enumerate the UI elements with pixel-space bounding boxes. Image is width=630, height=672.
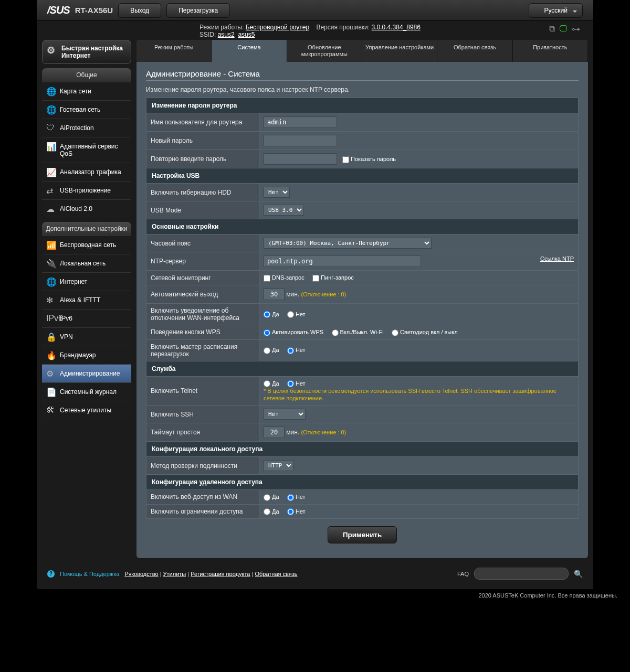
quick-setup-label: Быстрая настройка Интернет <box>61 45 123 59</box>
brand-logo: /SUS <box>47 4 70 16</box>
yes-label4: Да <box>272 494 279 500</box>
utils-link[interactable]: Утилиты <box>163 571 186 577</box>
sidebar-item-системный-журнал[interactable]: 📄Системный журнал <box>42 382 131 401</box>
restrict-yes-radio[interactable] <box>264 508 270 515</box>
nav-icon: 📊 <box>46 142 57 152</box>
remoteweb-label: Включить веб-доступ из WAN <box>146 490 259 505</box>
sidebar-item-беспроводная-сеть[interactable]: 📶Беспроводная сеть <box>42 236 131 254</box>
ntp-link[interactable]: Ссылка NTP <box>540 255 574 262</box>
usb-status-icon[interactable]: ⊶ <box>572 24 580 34</box>
sched-yes-radio[interactable] <box>264 347 270 354</box>
faq-search-input[interactable] <box>474 568 569 580</box>
remote-no-radio[interactable] <box>287 494 294 501</box>
wan-yes-radio[interactable] <box>264 311 270 318</box>
internet-status-icon[interactable]: 🖵 <box>559 24 568 34</box>
sidebar-item-ipv6[interactable]: IPv6IPv6 <box>42 309 131 327</box>
tab-3[interactable]: Управление настройками <box>362 40 437 62</box>
ssid2-link[interactable]: asus5 <box>238 31 255 38</box>
wps-opt3-radio[interactable] <box>392 329 398 336</box>
wan-no-radio[interactable] <box>287 311 294 318</box>
ssh-select[interactable]: Нет <box>264 409 306 420</box>
nav-icon: ☁ <box>46 204 55 214</box>
wanalert-label: Включить уведомление об отключении WAN-и… <box>146 303 259 325</box>
wps-opt1-radio[interactable] <box>264 329 270 336</box>
no-label4: Нет <box>296 494 306 500</box>
nav-icon: 🔌 <box>46 259 57 269</box>
tab-4[interactable]: Обратная связь <box>437 40 512 62</box>
nav-icon: ⇄ <box>46 186 53 196</box>
section-basic: Основные настройки <box>146 219 579 234</box>
feedback-link[interactable]: Обратная связь <box>255 571 297 577</box>
opmode-link[interactable]: Беспроводной роутер <box>246 24 309 31</box>
apply-button[interactable]: Применить <box>328 526 397 543</box>
auth-label: Метод проверки подлинности <box>146 457 259 475</box>
showpass-checkbox[interactable] <box>342 156 349 163</box>
auth-select[interactable]: HTTP <box>264 460 293 471</box>
sidebar-item-анализатор-трафика[interactable]: 📈Анализатор трафика <box>42 163 131 181</box>
nav-icon: 🌐 <box>46 105 57 115</box>
search-icon[interactable]: 🔍 <box>574 570 583 578</box>
idle-hint: (Отключение : 0) <box>301 429 346 435</box>
sidebar-item-гостевая-сеть[interactable]: 🌐Гостевая сеть <box>42 100 131 119</box>
general-header: Общие <box>42 68 131 82</box>
sidebar-item-адаптивный-сервис-qos[interactable]: 📊Адаптивный сервис QoS <box>42 137 131 163</box>
faq-label: FAQ <box>457 571 469 577</box>
restrict-no-radio[interactable] <box>287 508 294 515</box>
quick-setup-button[interactable]: ⚙ Быстрая настройка Интернет <box>42 40 131 64</box>
confirmpass-input[interactable] <box>264 153 337 165</box>
ntp-input[interactable] <box>264 255 421 267</box>
telnet-yes-radio[interactable] <box>264 380 270 387</box>
tab-1[interactable]: Система <box>212 40 287 62</box>
wps-opt2-radio[interactable] <box>332 329 339 336</box>
logout-button[interactable]: Выход <box>118 3 161 18</box>
idle-input[interactable] <box>264 426 285 438</box>
mesh-icon[interactable]: ⧉ <box>549 24 555 34</box>
wps-label: Поведение кнопки WPS <box>146 325 259 339</box>
guide-link[interactable]: Руководство <box>124 571 158 577</box>
ssid1-link[interactable]: asus2 <box>218 31 235 38</box>
opmode-label: Режим работы: <box>200 24 244 31</box>
nav-icon: 🔥 <box>46 350 57 360</box>
sidebar-item-alexa-ifttt[interactable]: ✻Alexa & IFTTT <box>42 291 131 309</box>
sidebar-item-администрирование[interactable]: ⚙Администрирование <box>42 364 131 382</box>
page-title: Администрирование - Система <box>146 69 579 78</box>
section-password: Изменение пароля роутера <box>146 98 579 113</box>
yes-label: Да <box>272 311 279 317</box>
fw-link[interactable]: 3.0.0.4.384_8986 <box>372 24 421 31</box>
usbmode-select[interactable]: USB 3.0 <box>264 205 304 216</box>
sidebar-item-сетевые-утилиты[interactable]: 🛠Сетевые утилиты <box>42 401 131 419</box>
sidebar-item-интернет[interactable]: 🌐Интернет <box>42 272 131 291</box>
section-remote: Конфигурация удаленного доступа <box>146 475 579 490</box>
tab-0[interactable]: Режим работы <box>136 40 212 62</box>
hdd-select[interactable]: Нет <box>264 187 290 198</box>
username-label: Имя пользователя для роутера <box>146 113 259 132</box>
newpass-input[interactable] <box>264 135 337 146</box>
help-icon[interactable]: ? <box>47 570 55 578</box>
dns-checkbox[interactable] <box>264 275 270 282</box>
username-input[interactable] <box>264 116 337 128</box>
fw-label: Версия прошивки: <box>316 24 370 31</box>
ping-checkbox[interactable] <box>312 275 319 282</box>
ntp-label: NTP-сервер <box>146 252 259 271</box>
sched-no-radio[interactable] <box>287 347 294 354</box>
tab-2[interactable]: Обновление микропрограммы <box>287 40 362 62</box>
sidebar-item-aiprotection[interactable]: 🛡AiProtection <box>42 119 131 137</box>
reg-link[interactable]: Регистрация продукта <box>191 571 250 577</box>
help-label: Помощь & Поддержка <box>60 571 119 577</box>
section-local: Конфигурация локального доступа <box>146 442 579 457</box>
sidebar-item-usb-приложение[interactable]: ⇄USB-приложение <box>42 181 131 199</box>
tz-select[interactable]: (GMT+03:00) Москва, Санкт-Петербург <box>264 238 432 249</box>
autologout-input[interactable] <box>264 289 285 300</box>
gear-icon: ⚙ <box>47 45 55 56</box>
tab-5[interactable]: Приватность <box>513 40 588 62</box>
autologout-label: Автоматический выход <box>146 285 259 303</box>
telnet-no-radio[interactable] <box>287 380 294 387</box>
sidebar-item-брандмауэр[interactable]: 🔥Брандмауэр <box>42 346 131 364</box>
sidebar-item-aicloud-2-0[interactable]: ☁AiCloud 2.0 <box>42 199 131 218</box>
sidebar-item-vpn[interactable]: 🔒VPN <box>42 327 131 346</box>
reboot-button[interactable]: Перезагрузка <box>166 3 230 18</box>
language-select[interactable]: Русский <box>529 3 583 18</box>
sidebar-item-локальная-сеть[interactable]: 🔌Локальная сеть <box>42 254 131 272</box>
remote-yes-radio[interactable] <box>264 494 270 501</box>
sidebar-item-карта-сети[interactable]: 🌐Карта сети <box>42 82 131 100</box>
